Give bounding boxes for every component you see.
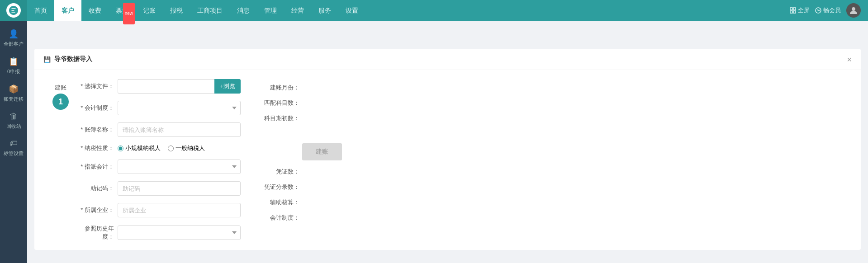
subject-initial-label: 科目期初数：: [259, 114, 299, 122]
tag-icon: 🏷: [9, 139, 18, 148]
nav-item-ticket[interactable]: 票据 new: [109, 0, 136, 21]
nav-item-operation[interactable]: 经营: [284, 0, 311, 21]
accounting-system-label: 会计制度：: [259, 214, 299, 222]
logo: [0, 0, 27, 21]
build-account-button[interactable]: 建账: [302, 143, 342, 160]
voucher-records-label: 凭证分录数：: [259, 183, 299, 191]
file-input-wrapper: +浏览: [118, 79, 241, 94]
ledger-name-label: * 账簿名称：: [78, 126, 114, 134]
tax-small-radio[interactable]: [118, 146, 123, 151]
match-subjects-row: 匹配科目数：: [259, 99, 385, 107]
build-month-row: 建账月份：: [259, 84, 385, 92]
top-nav: 首页 客户 收费 票据 new 记账 报税 工商项目 消息 管理 经营 服务 设…: [0, 0, 868, 21]
aux-accounting-label: 辅助核算：: [259, 198, 299, 207]
main-content: 💾 导爷数据导入 × 建账 1 * 选择文件： +浏览: [27, 42, 868, 263]
avatar[interactable]: [846, 3, 861, 18]
sidebar-item-zero-report[interactable]: 📋 0申报: [0, 53, 27, 79]
aux-accounting-row: 辅助核算：: [259, 198, 385, 207]
tax-general-option[interactable]: 一般纳税人: [168, 144, 205, 152]
voucher-records-row: 凭证分录数：: [259, 183, 385, 191]
build-month-label: 建账月份：: [259, 84, 299, 92]
accounting-system-row: 会计制度：: [259, 214, 385, 222]
card-title: 导爷数据导入: [54, 55, 92, 63]
tax-small-label: 小规模纳税人: [125, 144, 161, 152]
migrate-icon: 📦: [9, 84, 19, 94]
nav-item-manage[interactable]: 管理: [257, 0, 284, 21]
vip-button[interactable]: 畅会员: [815, 6, 841, 14]
voucher-label: 凭证数：: [259, 168, 299, 176]
accountant-label: * 指派会计：: [78, 163, 114, 171]
nav-items: 首页 客户 收费 票据 new 记账 报税 工商项目 消息 管理 经营 服务 设…: [27, 0, 790, 21]
info-panel: 建账月份： 匹配科目数： 科目期初数： 建账 凭证数：: [259, 79, 385, 241]
import-card: 💾 导爷数据导入 × 建账 1 * 选择文件： +浏览: [34, 49, 861, 250]
nav-item-home[interactable]: 首页: [27, 0, 54, 21]
form-fields: * 选择文件： +浏览 * 会计制度：: [78, 79, 241, 241]
nav-item-accounting[interactable]: 记账: [136, 0, 163, 21]
company-label: * 所属企业：: [78, 206, 114, 214]
nav-right: 全屏 畅会员: [790, 3, 868, 18]
file-label: * 选择文件：: [78, 82, 114, 90]
company-row: * 所属企业：: [78, 203, 241, 217]
subject-initial-row: 科目期初数：: [259, 114, 385, 122]
new-badge: new: [123, 3, 135, 24]
match-subjects-label: 匹配科目数：: [259, 99, 299, 107]
form-area: 建账 1 * 选择文件： +浏览 * 会计制度：: [34, 70, 861, 250]
trash-icon: 🗑: [9, 112, 18, 121]
svg-point-5: [852, 7, 855, 11]
svg-rect-0: [790, 8, 792, 10]
step-section: 建账 1 * 选择文件： +浏览 * 会计制度：: [52, 79, 241, 241]
history-year-label: 参照历史年度：: [78, 225, 114, 241]
tax-small-option[interactable]: 小规模纳税人: [118, 144, 161, 152]
memo-input[interactable]: [118, 181, 241, 196]
sidebar-item-migrate[interactable]: 📦 账套迁移: [0, 80, 27, 106]
accounting-row: * 会计制度：: [78, 101, 241, 115]
file-input[interactable]: [118, 79, 214, 94]
users-icon: 👤: [9, 29, 19, 39]
accountant-select[interactable]: [118, 160, 241, 174]
nav-item-fee[interactable]: 收费: [81, 0, 109, 21]
svg-rect-2: [790, 11, 792, 13]
step-label: 建账 1: [52, 84, 69, 110]
sidebar-item-all-customers[interactable]: 👤 全部客户: [0, 25, 27, 51]
ledger-name-input[interactable]: [118, 122, 241, 137]
nav-item-tax[interactable]: 报税: [163, 0, 190, 21]
step-circle: 1: [52, 94, 69, 110]
report-icon: 📋: [9, 56, 19, 66]
svg-rect-3: [793, 11, 796, 13]
nav-item-customer[interactable]: 客户: [54, 0, 81, 21]
card-header: 💾 导爷数据导入 ×: [34, 49, 861, 70]
tax-general-radio[interactable]: [168, 146, 174, 151]
accounting-select[interactable]: [118, 101, 241, 115]
sidebar-item-recycle[interactable]: 🗑 回收站: [0, 108, 27, 133]
logo-icon: [6, 3, 21, 18]
sidebar-item-tags[interactable]: 🏷 标签设置: [0, 135, 27, 160]
svg-rect-1: [793, 8, 796, 10]
file-row: * 选择文件： +浏览: [78, 79, 241, 94]
tax-type-radio-group: 小规模纳税人 一般纳税人: [118, 144, 205, 152]
accountant-row: * 指派会计：: [78, 160, 241, 174]
tax-type-row: * 纳税性质： 小规模纳税人 一般纳税人: [78, 144, 241, 152]
tax-general-label: 一般纳税人: [175, 144, 205, 152]
sidebar: 👤 全部客户 📋 0申报 📦 账套迁移 🗑 回收站 🏷 标签设置: [0, 21, 27, 263]
history-year-select[interactable]: [118, 225, 241, 240]
memo-label: 助记码：: [78, 184, 114, 193]
company-input[interactable]: [118, 203, 241, 217]
import-icon: 💾: [43, 56, 51, 63]
tax-type-label: * 纳税性质：: [78, 144, 114, 152]
accounting-label: * 会计制度：: [78, 104, 114, 112]
build-btn-wrapper: 建账: [259, 134, 385, 160]
close-button[interactable]: ×: [847, 55, 852, 65]
nav-item-business[interactable]: 工商项目: [190, 0, 230, 21]
fullscreen-button[interactable]: 全屏: [790, 6, 810, 14]
history-year-row: 参照历史年度：: [78, 225, 241, 241]
ledger-name-row: * 账簿名称：: [78, 122, 241, 137]
nav-item-settings[interactable]: 设置: [338, 0, 365, 21]
nav-item-service[interactable]: 服务: [311, 0, 338, 21]
browse-button[interactable]: +浏览: [214, 79, 241, 94]
memo-row: 助记码：: [78, 181, 241, 196]
nav-item-message[interactable]: 消息: [230, 0, 257, 21]
voucher-row: 凭证数：: [259, 168, 385, 176]
step-text: 建账: [55, 84, 66, 92]
